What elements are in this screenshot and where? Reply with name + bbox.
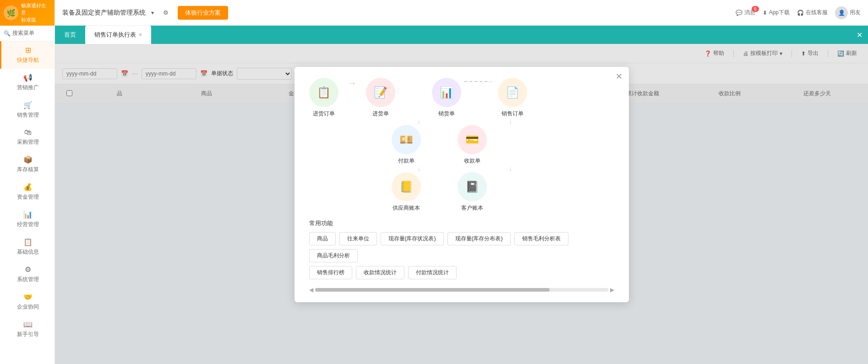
down-arrow-supplier: ↓: [392, 165, 447, 172]
sales-order-label: 销售订单: [502, 110, 524, 118]
quick-nav-icon: ⊞: [25, 46, 31, 54]
func-btn-product[interactable]: 商品: [309, 232, 336, 245]
sales-icon: 🛒: [23, 101, 33, 109]
func-btn-partner[interactable]: 往来单位: [339, 232, 377, 245]
spacer-left: [309, 118, 364, 125]
system-title: 装备及固定资产辅助管理系统: [62, 9, 146, 17]
logo-icon: 🌿: [4, 5, 18, 20]
func-btn-stock-dist[interactable]: 现存量(库存分布表): [448, 232, 511, 245]
system-dropdown[interactable]: ▾: [151, 10, 154, 16]
func-buttons-row1: 商品 往来单位 现存量(库存状况表) 现存量(库存分布表) 销售毛利分析表 商品…: [309, 232, 614, 262]
func-btn-receipt-stats[interactable]: 收款情况统计: [356, 266, 404, 279]
func-btn-payment-stats[interactable]: 付款情况统计: [408, 266, 457, 279]
spacer-arrow: [364, 118, 392, 125]
tabbar: 首页 销售订单执行表 × ✕: [55, 26, 868, 44]
down-arrow-customer: ↓: [483, 165, 538, 172]
receipt-bill-icon[interactable]: 💳: [458, 125, 487, 154]
marketing-icon: 📢: [23, 73, 33, 82]
inventory-icon: 📦: [23, 155, 33, 164]
purchase-icon: 🛍: [24, 128, 32, 136]
logo-text: 畅康通好生意 标准版: [21, 2, 51, 23]
sidebar-item-marketing[interactable]: 📢 营销推广: [0, 69, 55, 96]
flow-col-supplier: 📒 供应商账本: [392, 172, 421, 212]
sidebar-item-operations[interactable]: 📊 经营管理: [0, 206, 55, 233]
popup-close-btn[interactable]: ✕: [616, 71, 622, 81]
operations-icon: 📊: [23, 210, 33, 219]
download-icon: ⬇: [763, 10, 767, 16]
func-btn-stock-status[interactable]: 现存量(库存状况表): [381, 232, 444, 245]
app-download-btn[interactable]: ⬇ App下载: [763, 9, 790, 16]
flow-col-receipt: 💳 收款单: [458, 125, 487, 165]
customer-account-icon[interactable]: 📓: [458, 172, 487, 201]
payment-bill-label: 付款单: [398, 157, 415, 165]
sidebar-item-finance[interactable]: 💰 资金管理: [0, 178, 55, 206]
purchase-order-label: 进货订单: [313, 110, 335, 118]
tab-close-btn[interactable]: ×: [139, 32, 142, 38]
supplier-account-icon[interactable]: 📒: [392, 172, 421, 201]
sales-order-icon[interactable]: 📄: [498, 78, 527, 107]
sidebar-item-sales[interactable]: 🛒 销售管理: [0, 96, 55, 124]
spacer-left3: [309, 165, 392, 172]
message-icon: 💬: [736, 10, 742, 16]
flow-col-customer: 📓 客户账本: [458, 172, 487, 212]
sidebar-item-newbie[interactable]: 📖 新手引导: [0, 315, 55, 343]
flow-popup: ✕ 📋 进货订单 → 📝: [295, 67, 629, 302]
func-btn-product-margin[interactable]: 商品毛利分析: [309, 249, 358, 262]
close-all-btn[interactable]: ✕: [851, 31, 868, 39]
flow-col-payment: 💴 付款单: [392, 125, 421, 165]
purchase-order-icon[interactable]: 📋: [309, 78, 338, 107]
sidebar-item-basic-info[interactable]: 📋 基础信息: [0, 233, 55, 261]
scroll-left-btn[interactable]: ◀: [309, 287, 313, 293]
common-functions: 常用功能 商品 往来单位 现存量(库存状况表) 现存量(库存分布表) 销售毛利分…: [309, 219, 614, 279]
gear-button[interactable]: ⚙: [159, 6, 172, 19]
tab-sales-order-exec[interactable]: 销售订单执行表 ×: [85, 26, 151, 44]
service-icon: 🎧: [797, 10, 804, 16]
topbar-right: 💬 消息 6 ⬇ App下载 🎧 在线客服 👤 用友: [736, 6, 861, 19]
supplier-account-label: 供应商账本: [393, 204, 420, 212]
content-area: ❓ 帮助 🖨 按模板打印 ▾ ⬆ 导出 🔄 刷新: [55, 44, 868, 364]
payment-bill-icon[interactable]: 💴: [392, 125, 421, 154]
receipt-bill-label: 收款单: [464, 157, 480, 165]
system-icon: ⚙: [25, 265, 31, 274]
func-btn-sales-margin[interactable]: 销售毛利分析表: [514, 232, 568, 245]
down-arrow-receipt: ↓: [483, 118, 538, 125]
sales-bill-label: 销货单: [438, 110, 455, 118]
common-func-title: 常用功能: [309, 219, 614, 228]
tab-home[interactable]: 首页: [55, 26, 85, 44]
sidebar-item-enterprise[interactable]: 🤝 企业协同: [0, 288, 55, 315]
scroll-thumb: [315, 288, 550, 292]
flow-col-purchase-bill: 📝 进货单: [366, 78, 395, 118]
scroll-right-btn[interactable]: ▶: [610, 287, 614, 293]
sidebar-item-system[interactable]: ⚙ 系统管理: [0, 261, 55, 288]
spacer-4: [447, 165, 483, 172]
main-area: 装备及固定资产辅助管理系统 ▾ ⚙ 体验行业方案 💬 消息 6 ⬇ App下载: [55, 0, 868, 364]
func-buttons-row2: 销售排行榜 收款情况统计 付款情况统计: [309, 266, 614, 279]
customer-account-label: 客户账本: [461, 204, 483, 212]
sidebar-item-inventory[interactable]: 📦 库存核算: [0, 151, 55, 178]
down-arrow-payment: ↓: [392, 118, 447, 125]
sidebar: 🌿 畅康通好生意 标准版 🔍 搜索菜单 ⊞ 快捷导航 📢 营销推广 🛒 销售管理…: [0, 0, 55, 364]
sales-bill-icon[interactable]: 📊: [432, 78, 461, 107]
flow-col-sales-order: 📄 销售订单: [498, 78, 527, 118]
user-profile-btn[interactable]: 👤 用友: [835, 6, 861, 19]
avatar: 👤: [835, 6, 848, 19]
search-menu[interactable]: 🔍 搜索菜单: [0, 26, 55, 41]
experience-btn[interactable]: 体验行业方案: [178, 6, 228, 20]
flow-col-sales-bill: 📊 销货单: [432, 78, 461, 118]
message-btn[interactable]: 💬 消息 6: [736, 9, 755, 16]
sidebar-item-quick-nav[interactable]: ⊞ 快捷导航: [0, 41, 55, 69]
search-icon: 🔍: [4, 30, 11, 37]
func-btn-sales-rank[interactable]: 销售排行榜: [309, 266, 352, 279]
gear-icon: ⚙: [163, 9, 169, 16]
enterprise-icon: 🤝: [23, 293, 33, 301]
sidebar-item-purchase[interactable]: 🛍 采购管理: [0, 124, 55, 151]
chevron-down-icon: ▾: [151, 10, 154, 16]
online-service-btn[interactable]: 🎧 在线客服: [797, 9, 828, 16]
scroll-track[interactable]: [315, 288, 608, 292]
popup-scrollbar: ◀ ▶: [309, 287, 614, 293]
arrow-sales-dashed: ←: [461, 78, 498, 96]
spacer-2: [447, 118, 483, 125]
newbie-icon: 📖: [23, 320, 33, 329]
purchase-bill-icon[interactable]: 📝: [366, 78, 395, 107]
topbar: 装备及固定资产辅助管理系统 ▾ ⚙ 体验行业方案 💬 消息 6 ⬇ App下载: [55, 0, 868, 26]
